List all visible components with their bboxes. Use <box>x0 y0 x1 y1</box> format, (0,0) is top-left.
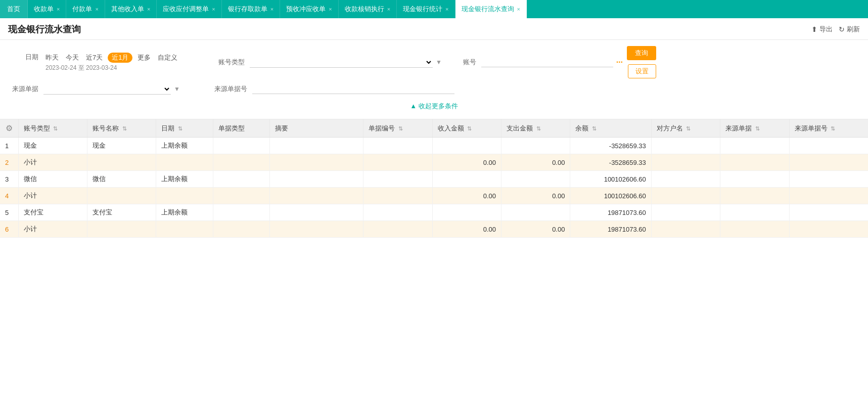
nav-item-cash-bank-flow[interactable]: 现金银行流水查询 × <box>455 0 527 18</box>
nav-item-receipt-verify[interactable]: 收款核销执行 × <box>339 0 397 18</box>
account-type-select[interactable] <box>250 57 433 68</box>
close-icon[interactable]: × <box>270 6 273 12</box>
nav-item-receipts[interactable]: 收款单 × <box>28 0 66 18</box>
source-doc-no-input[interactable] <box>252 84 454 94</box>
row-account-name: 微信 <box>87 171 156 188</box>
close-icon[interactable]: × <box>517 6 520 12</box>
account-no-ellipsis-btn[interactable]: ··· <box>616 58 623 67</box>
close-icon[interactable]: × <box>147 6 150 12</box>
nav-label: 其他收入单 <box>111 5 144 14</box>
sort-icon: ⇅ <box>178 125 182 132</box>
settings-button[interactable]: 设置 <box>628 64 656 78</box>
settings-gear-icon[interactable]: ⚙ <box>6 124 13 133</box>
close-icon[interactable]: × <box>387 6 390 12</box>
row-account-type: 现金 <box>18 138 87 154</box>
row-summary <box>270 188 363 204</box>
date-7days-btn[interactable]: 近7天 <box>84 53 105 63</box>
row-summary <box>270 138 363 154</box>
account-no-input[interactable] <box>481 57 613 67</box>
col-expense[interactable]: 支出金额 ⇅ <box>501 119 570 138</box>
col-doc-type[interactable]: 单据类型 <box>213 119 269 138</box>
data-table-wrap: ⚙ 账号类型 ⇅ 账号名称 ⇅ 日期 ⇅ 单据类型 <box>0 119 868 238</box>
sort-icon: ⇅ <box>831 125 835 132</box>
account-no-label: 账号 <box>446 58 476 67</box>
nav-item-payments[interactable]: 付款单 × <box>66 0 105 18</box>
top-navigation: 首页 收款单 × 付款单 × 其他收入单 × 应收应付调整单 × 银行存取款单 … <box>0 0 868 18</box>
nav-item-cash-bank-stats[interactable]: 现金银行统计 × <box>397 0 455 18</box>
row-source-doc-no <box>789 138 868 154</box>
refresh-icon: ↻ <box>839 25 845 33</box>
row-income: 0.00 <box>432 154 501 171</box>
row-counterpart <box>651 188 720 204</box>
row-income <box>432 138 501 154</box>
nav-home[interactable]: 首页 <box>0 0 28 18</box>
col-source-doc[interactable]: 来源单据 ⇅ <box>720 119 789 138</box>
col-label: 账号类型 <box>24 124 50 132</box>
sort-icon: ⇅ <box>53 125 58 132</box>
row-balance: 19871073.60 <box>570 221 651 238</box>
nav-item-bank-deposit[interactable]: 银行存取款单 × <box>222 0 280 18</box>
row-source-doc <box>720 171 789 188</box>
row-doc-no <box>363 138 432 154</box>
date-custom-btn[interactable]: 自定义 <box>156 53 179 63</box>
col-label: 摘要 <box>275 124 288 132</box>
date-range-display: 2023-02-24 至 2023-03-24 <box>45 64 179 72</box>
date-today-btn[interactable]: 今天 <box>64 53 81 63</box>
row-account-name: 支付宝 <box>87 204 156 221</box>
row-no: 3 <box>0 171 18 188</box>
row-account-name <box>87 154 156 171</box>
col-source-doc-no[interactable]: 来源单据号 ⇅ <box>789 119 868 138</box>
row-doc-type <box>213 171 269 188</box>
table-row: 6小计0.000.0019871073.60 <box>0 221 868 238</box>
nav-item-other-income[interactable]: 其他收入单 × <box>105 0 157 18</box>
row-date: 上期余额 <box>156 204 213 221</box>
close-icon[interactable]: × <box>329 6 332 12</box>
filter-row-2: 来源单据 ▼ 来源单据号 <box>8 83 860 95</box>
nav-label: 现金银行统计 <box>403 5 442 14</box>
page-header: 现金银行流水查询 ⬆ 导出 ↻ 刷新 <box>0 18 868 40</box>
col-account-name[interactable]: 账号名称 ⇅ <box>87 119 156 138</box>
col-income[interactable]: 收入金额 ⇅ <box>432 119 501 138</box>
date-yesterday-btn[interactable]: 昨天 <box>43 53 61 63</box>
account-type-select-wrap: ▼ <box>250 57 442 68</box>
query-button[interactable]: 查询 <box>627 46 656 60</box>
col-doc-no[interactable]: 单据编号 ⇅ <box>363 119 432 138</box>
table-row: 2小计0.000.00-3528659.33 <box>0 154 868 171</box>
row-no: 1 <box>0 138 18 154</box>
source-doc-select-wrap: ▼ <box>43 83 180 95</box>
row-income: 0.00 <box>432 188 501 204</box>
col-summary[interactable]: 摘要 <box>270 119 363 138</box>
date-1month-btn[interactable]: 近1月 <box>108 53 132 63</box>
close-icon[interactable]: × <box>212 6 215 12</box>
row-source-doc <box>720 188 789 204</box>
export-button[interactable]: ⬆ 导出 <box>811 25 833 34</box>
row-income <box>432 171 501 188</box>
header-actions: ⬆ 导出 ↻ 刷新 <box>811 25 860 34</box>
col-settings[interactable]: ⚙ <box>0 119 18 138</box>
close-icon[interactable]: × <box>445 6 448 12</box>
col-balance[interactable]: 余额 ⇅ <box>570 119 651 138</box>
refresh-button[interactable]: ↻ 刷新 <box>839 25 860 34</box>
nav-item-ar-ap-adjust[interactable]: 应收应付调整单 × <box>157 0 221 18</box>
export-label: 导出 <box>819 25 833 34</box>
sort-icon: ⇅ <box>592 125 597 132</box>
collapse-bar[interactable]: ▲ 收起更多条件 <box>8 100 860 115</box>
col-counterpart[interactable]: 对方户名 ⇅ <box>651 119 720 138</box>
date-more-btn[interactable]: 更多 <box>135 53 153 63</box>
source-doc-select[interactable] <box>43 83 171 95</box>
row-summary <box>270 221 363 238</box>
col-label: 来源单据号 <box>795 124 828 132</box>
row-doc-type <box>213 204 269 221</box>
col-account-type[interactable]: 账号类型 ⇅ <box>18 119 87 138</box>
row-counterpart <box>651 204 720 221</box>
close-icon[interactable]: × <box>57 6 60 12</box>
table-row: 3微信微信上期余额100102606.60 <box>0 171 868 188</box>
nav-item-prepay-offset[interactable]: 预收冲应收单 × <box>280 0 338 18</box>
col-date[interactable]: 日期 ⇅ <box>156 119 213 138</box>
col-label: 余额 <box>575 124 588 132</box>
close-icon[interactable]: × <box>95 6 98 12</box>
row-account-name <box>87 221 156 238</box>
page-title: 现金银行流水查询 <box>8 23 81 35</box>
row-source-doc-no <box>789 188 868 204</box>
filter-area: 日期 昨天 今天 近7天 近1月 更多 自定义 2023-02-24 至 202… <box>0 40 868 119</box>
